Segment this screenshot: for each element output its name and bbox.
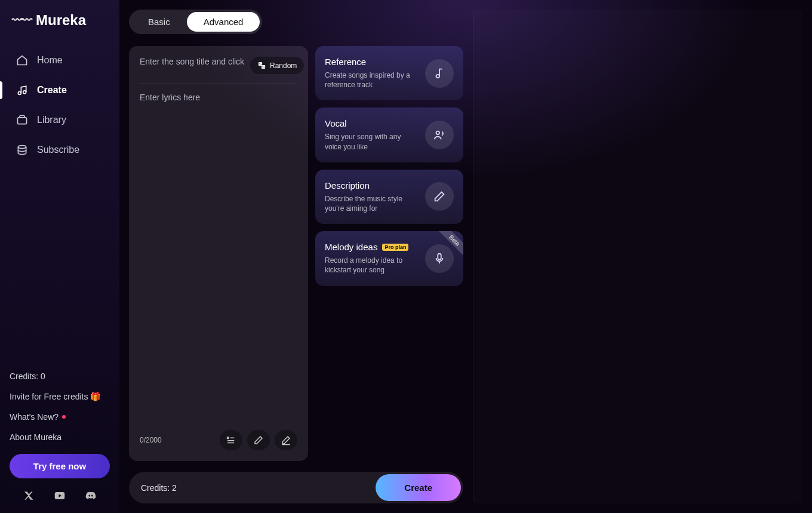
- feature-title-label: Melody ideas: [325, 242, 377, 252]
- edit-tool-button[interactable]: [247, 430, 270, 450]
- whats-new-link[interactable]: What's New?: [10, 412, 110, 422]
- stack-icon: [16, 143, 29, 156]
- svg-point-8: [261, 64, 262, 65]
- dice-icon: [257, 61, 266, 70]
- music-note-icon: [16, 84, 29, 97]
- svg-rect-2: [18, 118, 27, 124]
- svg-rect-6: [262, 65, 265, 69]
- logo-text: Mureka: [36, 12, 86, 29]
- feature-title-label: Description: [325, 180, 370, 191]
- feature-card-reference[interactable]: Reference Create songs inspired by a ref…: [315, 46, 463, 100]
- sidebar-item-create[interactable]: Create: [0, 76, 119, 104]
- person-voice-icon: [425, 121, 454, 149]
- sidebar: 〰〰 Mureka Home Create Library Subscrib: [0, 0, 119, 513]
- social-row: [0, 490, 119, 503]
- try-free-button[interactable]: Try free now: [10, 454, 110, 478]
- tab-basic-label: Basic: [148, 17, 170, 27]
- create-button-label: Create: [404, 483, 432, 493]
- tab-basic[interactable]: Basic: [131, 12, 187, 32]
- feature-card-description[interactable]: Description Describe the music style you…: [315, 170, 463, 224]
- whats-new-text: What's New?: [10, 412, 59, 422]
- output-preview-panel: [473, 10, 802, 503]
- random-button[interactable]: Random: [250, 57, 304, 74]
- lyrics-panel: Random 0/2000: [129, 46, 308, 461]
- discord-icon[interactable]: [84, 490, 97, 501]
- create-button[interactable]: Create: [376, 474, 461, 501]
- lyrics-textarea[interactable]: [140, 93, 297, 425]
- sidebar-nav: Home Create Library Subscribe: [0, 47, 119, 164]
- credits-indicator[interactable]: Credits: 0: [10, 371, 110, 381]
- feature-title-label: Vocal: [325, 118, 347, 128]
- feature-column: Reference Create songs inspired by a ref…: [315, 46, 463, 461]
- mode-tabs: Basic Advanced: [129, 10, 262, 34]
- left-column: Basic Advanced Random: [129, 10, 463, 503]
- svg-point-3: [18, 146, 26, 149]
- workspace: Random 0/2000: [129, 46, 463, 461]
- svg-point-9: [262, 66, 263, 66]
- credits-text: Credits: 0: [10, 371, 45, 381]
- sidebar-item-label: Home: [37, 55, 63, 66]
- main-area: Basic Advanced Random: [119, 0, 812, 513]
- sidebar-item-label: Subscribe: [37, 145, 79, 155]
- svg-point-10: [264, 67, 264, 68]
- tab-advanced-label: Advanced: [204, 17, 244, 27]
- svg-point-13: [436, 131, 440, 135]
- invite-text: Invite for Free credits 🎁: [10, 392, 100, 401]
- feature-card-vocal[interactable]: Vocal Sing your song with any voice you …: [315, 107, 463, 162]
- sidebar-item-label: Library: [37, 115, 66, 125]
- invite-link[interactable]: Invite for Free credits 🎁: [10, 392, 110, 401]
- pencil-icon: [253, 435, 264, 446]
- youtube-icon[interactable]: [53, 490, 66, 501]
- library-icon: [16, 113, 29, 127]
- divider: [140, 84, 297, 84]
- pencil-line-icon: [281, 435, 291, 446]
- create-row: Credits: 2 Create: [129, 472, 463, 503]
- sidebar-item-home[interactable]: Home: [0, 47, 119, 74]
- microphone-icon: [425, 244, 454, 273]
- logo-mark-icon: 〰〰: [12, 14, 31, 27]
- home-icon: [16, 54, 29, 67]
- svg-rect-14: [438, 254, 441, 260]
- svg-point-11: [227, 437, 229, 439]
- feature-title-label: Reference: [325, 57, 366, 67]
- music-note-icon: [425, 59, 454, 88]
- svg-rect-5: [259, 62, 262, 66]
- feature-desc-label: Sing your song with any voice you like: [325, 132, 418, 151]
- about-text: About Mureka: [10, 432, 61, 442]
- sidebar-item-library[interactable]: Library: [0, 106, 119, 134]
- sidebar-footer-links: Credits: 0 Invite for Free credits 🎁 Wha…: [0, 371, 119, 454]
- random-label: Random: [270, 62, 297, 70]
- edit-underline-tool-button[interactable]: [275, 430, 297, 450]
- feature-desc-label: Describe the music style you're aiming f…: [325, 194, 418, 213]
- feature-desc-label: Create songs inspired by a reference tra…: [325, 70, 418, 90]
- about-link[interactable]: About Mureka: [10, 432, 110, 442]
- pencil-icon: [425, 182, 454, 211]
- feature-card-melody[interactable]: Beta Melody ideas Pro plan Record a melo…: [315, 231, 463, 285]
- song-title-input[interactable]: [140, 57, 244, 66]
- credits-cost-label: Credits: 2: [141, 483, 376, 493]
- x-twitter-icon[interactable]: [22, 490, 35, 501]
- list-icon: [226, 435, 236, 446]
- pro-plan-badge: Pro plan: [382, 244, 408, 251]
- logo[interactable]: 〰〰 Mureka: [0, 12, 119, 47]
- feature-desc-label: Record a melody idea to kickstart your s…: [325, 256, 418, 275]
- notification-dot-icon: [62, 415, 66, 419]
- try-free-label: Try free now: [33, 461, 86, 471]
- sidebar-item-subscribe[interactable]: Subscribe: [0, 136, 119, 164]
- svg-point-7: [259, 63, 260, 63]
- substyle-tool-button[interactable]: [220, 430, 242, 450]
- sidebar-item-label: Create: [37, 85, 67, 96]
- tab-advanced[interactable]: Advanced: [187, 12, 260, 32]
- char-count: 0/2000: [140, 436, 162, 444]
